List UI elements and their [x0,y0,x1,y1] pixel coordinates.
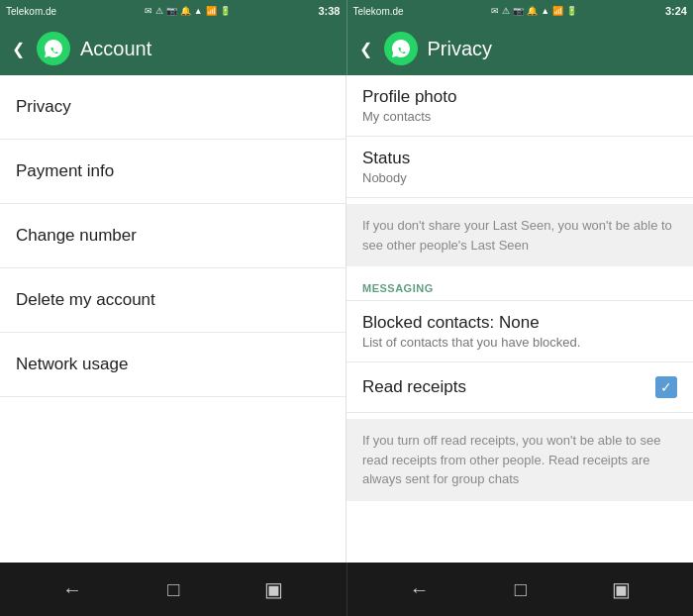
back-chevron-right[interactable]: ❮ [359,40,372,58]
checkmark-icon: ✓ [660,379,672,395]
menu-item-payment[interactable]: Payment info [0,140,346,204]
right-app-bar: ❮ Privacy [346,22,694,75]
app-bar: ❮ Account ❮ Privacy [0,22,693,75]
menu-item-network-usage[interactable]: Network usage [0,333,346,397]
messaging-section-header: MESSAGING [346,272,693,301]
content-area: Privacy Payment info Change number Delet… [0,75,693,563]
read-receipts-info-box: If you turn off read receipts, you won't… [346,419,693,501]
last-seen-info-box: If you don't share your Last Seen, you w… [346,204,693,266]
recents-nav-icon-right[interactable]: ▣ [612,577,631,601]
status-bar-left: Telekom.de ✉⚠📷🔔▲📶🔋 3:38 [0,0,346,22]
profile-photo-item[interactable]: Profile photo My contacts [346,75,693,137]
right-panel-title: Privacy [428,38,493,60]
read-receipts-checkbox[interactable]: ✓ [655,376,677,398]
blocked-contacts-item[interactable]: Blocked contacts: None List of contacts … [346,301,693,362]
status-icons-left: ✉⚠📷🔔▲📶🔋 [145,6,231,16]
left-panel: Privacy Payment info Change number Delet… [0,75,346,563]
read-receipts-item[interactable]: Read receipts ✓ [346,362,693,413]
home-nav-icon-left[interactable]: □ [167,578,179,601]
menu-item-change-number[interactable]: Change number [0,204,346,268]
whatsapp-logo-right [384,32,418,65]
time-right: 3:24 [665,5,687,17]
status-bar: Telekom.de ✉⚠📷🔔▲📶🔋 3:38 Telekom.de ✉⚠📷🔔▲… [0,0,693,22]
home-nav-icon-right[interactable]: □ [515,578,527,601]
back-nav-icon-left[interactable]: ← [62,578,82,601]
bottom-nav-left: ← □ ▣ [0,563,346,616]
menu-item-privacy[interactable]: Privacy [0,75,346,140]
menu-item-delete-account[interactable]: Delete my account [0,268,346,333]
status-icons-right: ✉⚠📷🔔▲📶🔋 [491,6,577,16]
bottom-nav: ← □ ▣ ← □ ▣ [0,563,693,616]
recents-nav-icon-left[interactable]: ▣ [264,577,283,601]
bottom-nav-right: ← □ ▣ [346,563,694,616]
status-bar-right: Telekom.de ✉⚠📷🔔▲📶🔋 3:24 [346,0,694,22]
whatsapp-logo-left [37,32,70,65]
back-nav-icon-right[interactable]: ← [410,578,430,601]
left-app-bar: ❮ Account [0,22,346,75]
time-left: 3:38 [318,5,340,17]
carrier-right: Telekom.de [353,6,404,17]
back-chevron-left[interactable]: ❮ [12,40,25,58]
right-panel: Profile photo My contacts Status Nobody … [346,75,693,563]
left-panel-title: Account [80,38,151,60]
status-item[interactable]: Status Nobody [346,137,693,198]
carrier-left: Telekom.de [6,6,56,17]
